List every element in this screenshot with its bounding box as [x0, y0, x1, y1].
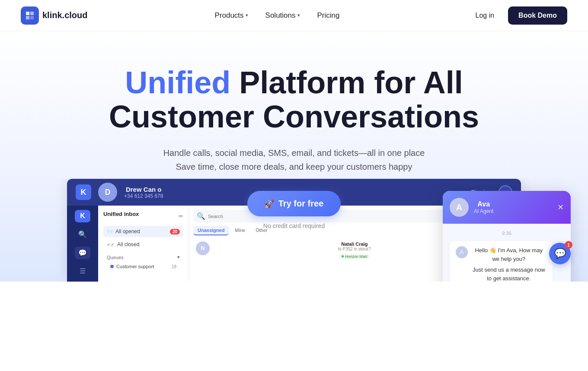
nav-right: Log in Book Demo: [467, 6, 568, 25]
queues-title: Queues ▾: [107, 254, 180, 260]
all-opened-icon: 📨: [107, 229, 113, 235]
agent-info: Ava AI Agent: [474, 200, 493, 214]
bubble-content: Hello 👋 I'm Ava, How may we help you? Ju…: [471, 246, 546, 282]
try-button-label: Try for free: [278, 199, 323, 209]
chat-float-badge: 1: [565, 241, 572, 249]
rocket-icon: 🚀: [265, 199, 274, 209]
book-demo-button[interactable]: Book Demo: [508, 6, 567, 25]
checkmark-icon: ✓✓: [107, 242, 115, 247]
chat-float-container: 💬 1: [549, 243, 571, 264]
source-name: Horizon Mart: [345, 254, 368, 259]
nav-pricing[interactable]: Pricing: [310, 8, 347, 23]
chat-timestamp: 9:36: [450, 231, 564, 236]
all-opened-badge: 20: [170, 229, 180, 235]
agent-role: AI Agent: [474, 208, 493, 214]
solutions-label: Solutions: [265, 11, 296, 20]
chat-widget: A Ava AI Agent ✕ 9:36 A Hello 👋 I'm Ava,…: [443, 191, 571, 282]
pricing-label: Pricing: [317, 11, 340, 20]
logo-svg: [24, 10, 35, 21]
nav-solutions[interactable]: Solutions ▾: [259, 8, 307, 23]
nav-items: Products ▾ Solutions ▾ Pricing: [208, 8, 346, 23]
sidebar-inbox-icon[interactable]: 💬: [75, 247, 90, 259]
chat-item-avatar: N: [196, 241, 210, 255]
bubble-avatar: A: [456, 246, 468, 258]
products-label: Products: [214, 11, 243, 20]
all-closed-label: All closed: [117, 241, 139, 247]
all-closed-row[interactable]: ✓✓ All closed: [103, 239, 183, 250]
sidebar-list-icon[interactable]: ☰: [75, 265, 90, 278]
products-chevron-icon: ▾: [246, 13, 248, 18]
queues-section: Queues ▾ Customer support 19: [103, 252, 183, 274]
nav-products[interactable]: Products ▾: [208, 8, 255, 23]
logo-icon: [21, 6, 39, 25]
hero-accent: Unified: [125, 65, 230, 100]
solutions-chevron-icon: ▾: [297, 13, 300, 18]
navbar: klink.cloud Products ▾ Solutions ▾ Prici…: [0, 0, 588, 31]
bubble-text-1: Hello 👋 I'm Ava, How may we help you?: [471, 246, 546, 263]
queue-item-label: Customer support: [116, 264, 154, 269]
close-icon[interactable]: ✕: [557, 203, 564, 211]
bubble-text-2: Just send us a message now to get assist…: [471, 266, 546, 282]
hero-subline: Handle calls, social media, SMS, email, …: [10, 146, 578, 174]
chat-item-source: Horizon Mart: [339, 254, 370, 259]
login-button[interactable]: Log in: [467, 7, 503, 24]
sidebar-search-icon[interactable]: 🔍: [75, 228, 90, 241]
source-dot: [342, 255, 344, 257]
hero-section: Unified Platform for AllCustomer Convers…: [0, 31, 588, 282]
queues-chevron-icon[interactable]: ▾: [177, 254, 180, 260]
logo-link[interactable]: klink.cloud: [21, 6, 87, 25]
agent-avatar: A: [450, 198, 469, 217]
chat-float-wrapper: 💬 1: [549, 243, 571, 264]
queue-dot: [110, 265, 114, 268]
chat-bubble-1: A Hello 👋 I'm Ava, How may we help you? …: [450, 241, 553, 282]
agent-name: Ava: [474, 200, 493, 208]
try-for-free-button[interactable]: 🚀 Try for free: [247, 191, 341, 216]
logo-text: klink.cloud: [42, 10, 87, 20]
chat-widget-header: A Ava AI Agent ✕: [443, 191, 571, 224]
queue-count: 19: [172, 264, 176, 269]
queue-item[interactable]: Customer support 19: [107, 262, 180, 271]
hero-headline: Unified Platform for AllCustomer Convers…: [10, 66, 578, 134]
